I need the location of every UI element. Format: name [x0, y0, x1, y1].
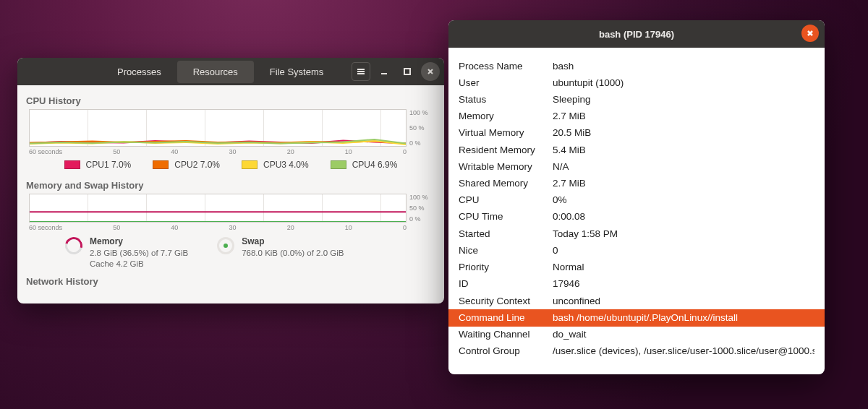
- cpu-legend-item[interactable]: CPU1 7.0%: [64, 160, 132, 170]
- property-row[interactable]: Security Contextunconfined: [448, 293, 825, 309]
- close-button[interactable]: [421, 62, 440, 81]
- cpu-history-chart: [29, 109, 407, 147]
- property-value: Sleeping: [553, 93, 814, 106]
- property-value: 20.5 MiB: [553, 126, 814, 139]
- property-label: Memory: [459, 110, 553, 123]
- property-row[interactable]: Command Linebash /home/ubuntupit/.PlayOn…: [448, 309, 825, 326]
- cpu-legend-item[interactable]: CPU2 7.0%: [153, 160, 220, 170]
- property-value: 5.4 MiB: [553, 144, 814, 157]
- property-row[interactable]: Resident Memory5.4 MiB: [448, 142, 825, 158]
- dialog-titlebar: bash (PID 17946): [448, 20, 825, 48]
- property-row[interactable]: Control Group/user.slice (devices), /use…: [448, 343, 825, 360]
- property-row[interactable]: StatusSleeping: [448, 91, 825, 108]
- property-row[interactable]: PriorityNormal: [448, 259, 825, 276]
- property-value: N/A: [553, 160, 814, 173]
- memory-history-title: Memory and Swap History: [26, 180, 433, 191]
- tab-processes[interactable]: Processes: [101, 61, 177, 83]
- legend-swatch: [331, 160, 346, 169]
- hamburger-menu-button[interactable]: [352, 62, 370, 81]
- property-row[interactable]: Shared Memory2.7 MiB: [448, 176, 825, 192]
- legend-swatch: [64, 160, 80, 169]
- maximize-button[interactable]: [398, 62, 417, 81]
- cpu-legend: CPU1 7.0%CPU2 7.0%CPU3 4.0%CPU4 6.9%: [29, 155, 433, 177]
- cpu-history-title: CPU History: [26, 95, 433, 106]
- system-monitor-window: Processes Resources File Systems CPU His…: [17, 58, 444, 303]
- property-label: User: [459, 77, 553, 90]
- property-value: 2.7 MiB: [553, 110, 814, 123]
- legend-label: CPU4 6.9%: [352, 160, 398, 170]
- property-value: Normal: [553, 261, 814, 274]
- titlebar: Processes Resources File Systems: [17, 58, 444, 85]
- legend-label: CPU3 4.0%: [263, 160, 309, 170]
- property-value: 17946: [553, 277, 814, 290]
- property-value: 0:00.08: [553, 210, 814, 223]
- property-value: ubuntupit (1000): [553, 77, 814, 90]
- property-value: 2.7 MiB: [553, 177, 814, 190]
- property-value: bash /home/ubuntupit/.PlayOnLinux//insta…: [553, 311, 814, 324]
- property-label: Command Line: [459, 311, 553, 324]
- property-label: Started: [459, 228, 553, 241]
- cpu-legend-item[interactable]: CPU4 6.9%: [331, 160, 398, 170]
- legend-label: CPU2 7.0%: [174, 160, 220, 170]
- svg-rect-0: [404, 69, 410, 74]
- tab-resources[interactable]: Resources: [177, 61, 254, 83]
- memory-ring-icon: [62, 234, 86, 258]
- property-value: do_wait: [553, 328, 814, 341]
- property-value: bash: [553, 60, 814, 73]
- property-row[interactable]: CPU0%: [448, 192, 825, 209]
- network-history-title: Network History: [26, 276, 433, 287]
- property-row[interactable]: Nice0: [448, 242, 825, 259]
- property-label: Control Group: [459, 345, 553, 358]
- property-label: Process Name: [459, 60, 553, 73]
- property-value: 0: [553, 244, 814, 257]
- memory-x-axis: 60 seconds50 4030 2010 0: [29, 223, 433, 231]
- property-value: 0%: [553, 194, 814, 207]
- property-label: Status: [459, 93, 553, 106]
- view-tabs: Processes Resources File Systems: [101, 61, 339, 83]
- property-label: Shared Memory: [459, 177, 553, 190]
- property-row[interactable]: Process Namebash: [448, 58, 825, 74]
- property-row[interactable]: ID17946: [448, 276, 825, 293]
- legend-swatch: [153, 160, 169, 169]
- cpu-x-axis: 60 seconds50 4030 2010 0: [29, 147, 433, 155]
- process-properties-dialog: bash (PID 17946) Process NamebashUserubu…: [448, 20, 825, 374]
- property-row[interactable]: CPU Time0:00.08: [448, 209, 825, 225]
- property-label: CPU: [459, 194, 553, 207]
- legend-label: CPU1 7.0%: [86, 160, 132, 170]
- property-label: Nice: [459, 244, 553, 257]
- property-row[interactable]: StartedToday 1:58 PM: [448, 225, 825, 242]
- property-row[interactable]: Waiting Channeldo_wait: [448, 327, 825, 343]
- memory-history-chart: [29, 194, 407, 223]
- properties-list[interactable]: Process NamebashUserubuntupit (1000)Stat…: [448, 48, 825, 374]
- property-label: ID: [459, 277, 553, 290]
- cpu-y-axis: 100 % 50 % 0 %: [407, 109, 433, 147]
- property-label: Priority: [459, 261, 553, 274]
- property-label: Security Context: [459, 295, 553, 308]
- property-value: /user.slice (devices), /user.slice/user-…: [553, 345, 814, 358]
- property-row[interactable]: Writable MemoryN/A: [448, 158, 825, 175]
- property-label: Writable Memory: [459, 160, 553, 173]
- cpu-legend-item[interactable]: CPU3 4.0%: [242, 160, 309, 170]
- legend-swatch: [242, 160, 258, 169]
- dialog-title: bash (PID 17946): [599, 29, 674, 40]
- property-label: Waiting Channel: [459, 328, 553, 341]
- memory-y-axis: 100 % 50 % 0 %: [407, 194, 433, 223]
- memory-usage-block: Memory 2.8 GiB (36.5%) of 7.7 GiB Cache …: [65, 236, 188, 270]
- property-value: Today 1:58 PM: [553, 228, 814, 241]
- property-label: Virtual Memory: [459, 126, 553, 139]
- resources-panel: CPU History 100 % 50 % 0 % 60 seconds50 …: [17, 85, 444, 303]
- minimize-button[interactable]: [375, 62, 393, 81]
- property-row[interactable]: Userubuntupit (1000): [448, 74, 825, 91]
- property-row[interactable]: Memory2.7 MiB: [448, 108, 825, 125]
- property-row[interactable]: Virtual Memory20.5 MiB: [448, 125, 825, 142]
- swap-ring-icon: [217, 237, 234, 254]
- property-value: unconfined: [553, 295, 814, 308]
- close-button[interactable]: [801, 25, 819, 42]
- property-label: Resident Memory: [459, 144, 553, 157]
- swap-usage-block: Swap 768.0 KiB (0.0%) of 2.0 GiB: [217, 236, 344, 270]
- tab-filesystems[interactable]: File Systems: [254, 61, 339, 83]
- property-label: CPU Time: [459, 210, 553, 223]
